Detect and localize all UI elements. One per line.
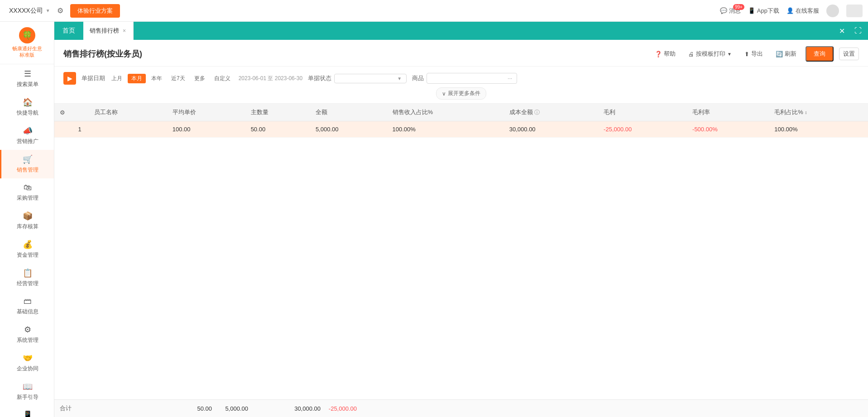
col-profit-rate: 毛利率 bbox=[687, 104, 769, 121]
expand-row: ∨ 展开更多条件 bbox=[63, 85, 859, 100]
sidebar-item-operations[interactable]: 📋 经营管理 bbox=[0, 264, 54, 292]
online-service-label: 在线客服 bbox=[796, 7, 819, 15]
cell-qty: 50.00 bbox=[245, 121, 310, 138]
tab-close-window-button[interactable]: ✕ bbox=[835, 24, 848, 37]
status-filter-group: 单据状态 ▼ bbox=[308, 74, 407, 83]
logo-icon: 🍀 bbox=[19, 27, 35, 43]
tab-bar-right: ✕ ⛶ bbox=[832, 24, 868, 37]
date-tab-this-year[interactable]: 本年 bbox=[148, 74, 166, 83]
filter-row: ▶ 单据日期 上月 本月 本年 近7天 更多 自定义 2023- bbox=[63, 72, 859, 85]
sidebar-item-system[interactable]: ⚙ 系统管理 bbox=[0, 320, 54, 349]
online-service-button[interactable]: 👤 在线客服 bbox=[786, 7, 819, 15]
col-sales-pct: 销售收入占比% bbox=[387, 104, 504, 121]
status-select-arrow: ▼ bbox=[397, 76, 402, 81]
date-tab-7days[interactable]: 近7天 bbox=[168, 74, 189, 83]
cell-sales-pct: 100.00% bbox=[387, 121, 504, 138]
sidebar-item-guide[interactable]: 📖 新手引导 bbox=[0, 377, 54, 406]
cell-profit: -25,000.00 bbox=[598, 121, 687, 138]
cost-info-icon[interactable]: ⓘ bbox=[534, 109, 540, 115]
date-tab-last-month[interactable]: 上月 bbox=[108, 74, 126, 83]
total-profit: -25,000.00 bbox=[326, 405, 362, 412]
message-button[interactable]: 💬 消息 99+ bbox=[720, 7, 741, 15]
sidebar-item-finance[interactable]: 💰 资金管理 bbox=[0, 235, 54, 264]
company-selector[interactable]: XXXXX公司 ▼ bbox=[5, 5, 54, 17]
cell-rank: 1 bbox=[71, 121, 89, 138]
sidebar-label-baseinfo: 基础信息 bbox=[17, 308, 38, 316]
status-select[interactable]: ▼ bbox=[334, 74, 407, 83]
avatar[interactable] bbox=[826, 5, 839, 17]
filter-toggle-button[interactable]: ▶ bbox=[63, 72, 76, 85]
app-download-button[interactable]: 📱 App下载 bbox=[748, 7, 779, 15]
total-cost: 30,000.00 bbox=[290, 405, 326, 412]
col-settings: ⚙ bbox=[54, 104, 71, 121]
col-employee: 员工名称 bbox=[89, 104, 167, 121]
sidebar: 🍀 畅康通好生意 标准版 ☰ 搜索菜单 🏠 快捷导航 📣 营销推广 🛒 销售管理… bbox=[0, 22, 54, 417]
product-filter-label: 商品 bbox=[412, 74, 424, 82]
sidebar-item-inventory[interactable]: 📦 库存核算 bbox=[0, 206, 54, 235]
cell-cost: 30,000.00 bbox=[504, 121, 598, 138]
page-content: 销售排行榜(按业务员) ❓ 帮助 🖨 按模板打印 ▼ ⬆ 导出 bbox=[54, 40, 868, 417]
column-settings-icon[interactable]: ⚙ bbox=[60, 109, 65, 116]
product-input[interactable]: ··· bbox=[427, 73, 517, 84]
cell-profit-rate: -500.00% bbox=[687, 121, 769, 138]
help-button[interactable]: ❓ 帮助 bbox=[651, 48, 679, 60]
refresh-button[interactable]: 🔄 刷新 bbox=[772, 48, 800, 60]
main-layout: 🍀 畅康通好生意 标准版 ☰ 搜索菜单 🏠 快捷导航 📣 营销推广 🛒 销售管理… bbox=[0, 22, 868, 417]
cell-settings bbox=[54, 121, 71, 138]
tab-close-icon[interactable]: × bbox=[122, 27, 127, 35]
cell-profit-pct: 100.00% bbox=[769, 121, 868, 138]
col-cost: 成本全额 ⓘ bbox=[504, 104, 598, 121]
filter-area: ▶ 单据日期 上月 本月 本年 近7天 更多 自定义 2023- bbox=[54, 67, 868, 104]
table-row: 1 100.00 50.00 5,000.00 100.00% 30,000.0… bbox=[54, 121, 868, 138]
sidebar-label-quicknav: 快捷导航 bbox=[17, 109, 38, 117]
product-more-icon[interactable]: ··· bbox=[508, 75, 512, 81]
sidebar-item-purchase[interactable]: 🛍 采购管理 bbox=[0, 178, 54, 206]
tab-home[interactable]: 首页 bbox=[54, 22, 83, 40]
sort-icon[interactable]: ↕ bbox=[805, 110, 807, 115]
cell-employee bbox=[89, 121, 167, 138]
query-button[interactable]: 查询 bbox=[806, 46, 834, 62]
operations-icon: 📋 bbox=[23, 268, 33, 278]
trial-button[interactable]: 体验行业方案 bbox=[70, 4, 120, 18]
tab-sales-rank[interactable]: 销售排行榜 × bbox=[83, 22, 134, 40]
sidebar-item-enterprise[interactable]: 🤝 企业协同 bbox=[0, 349, 54, 377]
sidebar-item-sales[interactable]: 🛒 销售管理 bbox=[0, 150, 54, 178]
table-area: ⚙ 员工名称 平均单价 主数量 全额 销售收入占比% 成本全额 ⓘ bbox=[54, 104, 868, 399]
settings-icon[interactable]: ⚙ bbox=[54, 5, 67, 17]
purchase-icon: 🛍 bbox=[24, 183, 32, 192]
sales-icon: 🛒 bbox=[23, 154, 33, 164]
sidebar-label-sales: 销售管理 bbox=[17, 166, 38, 174]
inventory-icon: 📦 bbox=[23, 211, 33, 221]
sidebar-label-marketing: 营销推广 bbox=[17, 138, 38, 145]
col-profit: 毛利 bbox=[598, 104, 687, 121]
system-icon: ⚙ bbox=[24, 325, 31, 335]
sidebar-label-search: 搜索菜单 bbox=[17, 81, 38, 88]
export-button[interactable]: ⬆ 导出 bbox=[741, 48, 767, 60]
sidebar-item-search-order[interactable]: ☰ 搜索菜单 bbox=[0, 64, 54, 93]
table-header: ⚙ 员工名称 平均单价 主数量 全额 销售收入占比% 成本全额 ⓘ bbox=[54, 104, 868, 121]
settings-button[interactable]: 设置 bbox=[839, 48, 859, 60]
sidebar-item-marketing[interactable]: 📣 营销推广 bbox=[0, 121, 54, 150]
sidebar-label-guide: 新手引导 bbox=[17, 393, 38, 401]
marketing-icon: 📣 bbox=[23, 126, 33, 136]
user-name-display bbox=[846, 5, 863, 17]
total-amount: 5,000.00 bbox=[217, 405, 254, 412]
print-dropdown-icon: ▼ bbox=[727, 52, 732, 57]
table-footer: 合计 50.00 5,000.00 30,000.00 -25,000.00 bbox=[54, 399, 868, 417]
print-button[interactable]: 🖨 按模板打印 ▼ bbox=[685, 48, 735, 60]
chevron-down-icon: ▼ bbox=[46, 8, 50, 13]
expand-conditions-button[interactable]: ∨ 展开更多条件 bbox=[436, 87, 486, 100]
date-tab-custom[interactable]: 自定义 bbox=[211, 74, 234, 83]
col-qty: 主数量 bbox=[245, 104, 310, 121]
header-right: 💬 消息 99+ 📱 App下载 👤 在线客服 bbox=[720, 5, 863, 17]
date-tab-more[interactable]: 更多 bbox=[191, 74, 209, 83]
data-table: ⚙ 员工名称 平均单价 主数量 全额 销售收入占比% 成本全额 ⓘ bbox=[54, 104, 868, 138]
col-avg-price: 平均单价 bbox=[167, 104, 245, 121]
total-row: 合计 50.00 5,000.00 30,000.00 -25,000.00 bbox=[54, 400, 868, 417]
refresh-icon: 🔄 bbox=[776, 51, 783, 58]
tab-fullscreen-button[interactable]: ⛶ bbox=[852, 24, 864, 37]
sidebar-item-app-center[interactable]: 📱 应用中心 bbox=[0, 406, 54, 417]
sidebar-item-quick-nav[interactable]: 🏠 快捷导航 bbox=[0, 93, 54, 121]
date-tab-this-month[interactable]: 本月 bbox=[128, 74, 146, 83]
sidebar-item-base-info[interactable]: 🗃 基础信息 bbox=[0, 292, 54, 320]
